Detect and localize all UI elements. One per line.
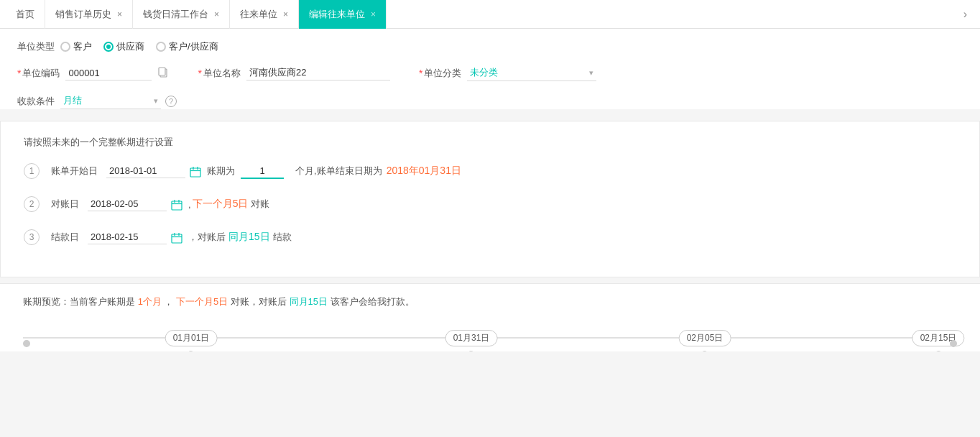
payment-row: 收款条件 月结 ▾ ?: [17, 93, 963, 109]
unit-type-row: 单位类型 客户 供应商 客户/供应商: [17, 40, 963, 53]
timeline-badge-1: 01月01日: [165, 330, 218, 346]
period-card: 请按照未来的一个完整帐期进行设置 1 账单开始日 账期为 个月,账单结束日期为 …: [0, 121, 980, 277]
preview-section: 账期预览：当前客户账期是 1个月 ， 下一个月5日 对账，对账后 同月15日 该…: [0, 283, 980, 351]
radio-customer-label: 客户: [73, 40, 92, 53]
step-1-num: 1: [24, 163, 40, 179]
radio-customer[interactable]: 客户: [60, 40, 92, 53]
preview-period: 1个月: [138, 296, 162, 307]
step-2-cal-icon[interactable]: [171, 198, 182, 210]
name-label: 单位名称: [203, 67, 241, 80]
step-3-prefix: ，对账后: [188, 231, 226, 244]
radio-supplier[interactable]: 供应商: [103, 40, 144, 53]
step-3-cal-icon[interactable]: [171, 231, 182, 243]
step-1-suffix-text: 个月,账单结束日期为: [295, 165, 382, 178]
radio-both[interactable]: 客户/供应商: [156, 40, 218, 53]
timeline-right-dot: [950, 340, 957, 347]
code-input[interactable]: [65, 66, 152, 80]
step-3-highlight: 同月15日: [228, 231, 270, 244]
step-2-num: 2: [24, 196, 40, 212]
step-3-label: 结款日: [51, 231, 79, 244]
step-3-suffix: 结款: [273, 231, 292, 244]
category-value: 未分类: [470, 66, 586, 79]
preview-sep1: ，: [164, 296, 173, 307]
category-select[interactable]: 未分类 ▾: [467, 65, 596, 81]
tabs-bar: 首页 销售订单历史 × 钱货日清工作台 × 往来单位 × 编辑往来单位 × ›: [0, 0, 980, 29]
preview-date1: 下一个月5日: [176, 296, 228, 307]
step-3-num: 3: [24, 229, 40, 245]
preview-sep2: 对账，对账后: [231, 296, 287, 307]
tab-cash-work-close[interactable]: ×: [214, 9, 219, 19]
preview-date2: 同月15日: [290, 296, 328, 307]
tab-sales-history-label: 销售订单历史: [55, 8, 111, 21]
svg-rect-2: [190, 168, 200, 177]
unit-type-radio-group: 客户 供应商 客户/供应商: [60, 40, 218, 53]
tab-edit-partner-close[interactable]: ×: [371, 9, 376, 19]
code-label: 单位编码: [22, 67, 60, 80]
svg-rect-1: [159, 68, 165, 75]
step-2-comma: ,: [188, 199, 191, 210]
tab-home-label: 首页: [16, 8, 34, 21]
name-required: *: [198, 68, 201, 79]
category-label: 单位分类: [424, 67, 461, 80]
tab-home[interactable]: 首页: [6, 0, 45, 29]
step-1-row: 1 账单开始日 账期为 个月,账单结束日期为 2018年01月31日: [24, 163, 956, 179]
name-field-group: * 单位名称: [198, 66, 389, 80]
category-required: *: [419, 68, 422, 79]
radio-supplier-label: 供应商: [116, 40, 144, 53]
radio-customer-circle: [60, 42, 70, 52]
radio-both-label: 客户/供应商: [169, 40, 218, 53]
tab-sales-history[interactable]: 销售订单历史 ×: [45, 0, 133, 29]
period-input[interactable]: [241, 164, 284, 179]
radio-both-circle: [156, 42, 166, 52]
tab-partners-close[interactable]: ×: [283, 9, 288, 19]
timeline-badge-2: 01月31日: [445, 330, 498, 346]
unit-type-label: 单位类型: [17, 40, 55, 53]
timeline-point-1: 01月01日 账单开始日: [165, 330, 218, 351]
step-1-date-input[interactable]: [106, 164, 185, 178]
category-arrow-icon: ▾: [589, 68, 593, 78]
step-1-label: 账单开始日: [51, 165, 98, 178]
step-3-date-input[interactable]: [88, 230, 167, 244]
tab-cash-work-label: 钱货日清工作台: [143, 8, 208, 21]
timeline-point-2: 01月31日 账单结束日: [445, 330, 498, 351]
tab-edit-partner[interactable]: 编辑往来单位 ×: [299, 0, 387, 29]
tab-partners[interactable]: 往来单位 ×: [230, 0, 299, 29]
svg-rect-10: [172, 234, 182, 243]
payment-help-icon[interactable]: ?: [165, 96, 177, 107]
tab-sales-history-close[interactable]: ×: [117, 9, 122, 19]
tab-cash-work[interactable]: 钱货日清工作台 ×: [133, 0, 230, 29]
step-2-row: 2 对账日 , 下一个月5日 对账: [24, 196, 956, 212]
step-2-date-input[interactable]: [88, 197, 167, 211]
tab-more-button[interactable]: ›: [956, 8, 974, 21]
tab-edit-partner-label: 编辑往来单位: [309, 8, 365, 21]
preview-end: 该客户会给我打款。: [330, 296, 415, 307]
timeline-point-3: 02月05日 对账日: [679, 330, 731, 351]
payment-select[interactable]: 月结 ▾: [60, 93, 161, 109]
category-field-group: * 单位分类 未分类 ▾: [419, 65, 596, 81]
code-required: *: [17, 68, 21, 79]
radio-supplier-circle: [103, 42, 114, 52]
tab-partners-label: 往来单位: [240, 8, 277, 21]
preview-text-row: 账期预览：当前客户账期是 1个月 ， 下一个月5日 对账，对账后 同月15日 该…: [23, 295, 957, 308]
step-2-highlight: 下一个月5日: [193, 198, 249, 211]
code-field-group: * 单位编码: [17, 66, 169, 80]
top-form: 单位类型 客户 供应商 客户/供应商 * 单位编码: [0, 29, 980, 109]
card-instruction: 请按照未来的一个完整帐期进行设置: [24, 136, 956, 149]
name-input[interactable]: [246, 66, 390, 80]
step-3-row: 3 结款日 ，对账后 同月15日 结款: [24, 229, 956, 245]
timeline-dot-2: [468, 351, 475, 351]
payment-label: 收款条件: [17, 95, 55, 108]
code-copy-icon[interactable]: [157, 66, 169, 80]
preview-intro: 账期预览：当前客户账期是: [23, 296, 135, 307]
step-1-end-date: 2018年01月31日: [387, 165, 461, 178]
timeline-dot-4: [935, 351, 942, 351]
step-2-suffix: 对账: [251, 198, 269, 211]
timeline: 01月01日 账单开始日 01月31日 账单结束日 02月05日 对账日 02月…: [23, 323, 957, 351]
svg-rect-6: [172, 201, 182, 210]
step-2-label: 对账日: [51, 198, 79, 211]
timeline-left-dot: [23, 340, 30, 347]
timeline-dot-3: [701, 351, 708, 351]
step-1-cal-icon[interactable]: [190, 165, 201, 177]
payment-value: 月结: [63, 94, 151, 107]
main-fields-row: * 单位编码 * 单位名称 * 单位分类 未分类 ▾: [17, 65, 963, 81]
